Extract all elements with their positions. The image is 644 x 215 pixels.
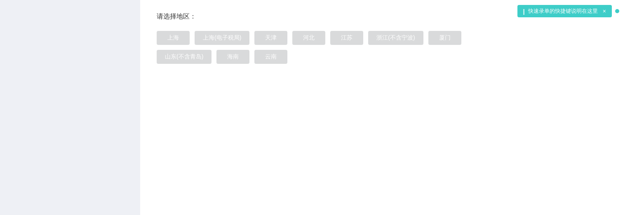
region-btn-hainan[interactable]: 海南 [216,50,249,64]
region-btn-tianjin[interactable]: 天津 [254,31,287,45]
region-row-1: 上海 上海(电子税局) 天津 河北 江苏 浙江(不含宁波) 厦门 [157,31,628,45]
main-content: 请选择地区： 上海 上海(电子税局) 天津 河北 江苏 浙江(不含宁波) 厦门 … [140,0,644,215]
region-btn-xiamen[interactable]: 厦门 [428,31,461,45]
region-btn-jiangsu[interactable]: 江苏 [330,31,363,45]
tooltip-text: 快速录单的快捷键说明在这里 [528,7,598,15]
tooltip-dot [615,9,619,13]
region-btn-shanghai[interactable]: 上海 [157,31,190,45]
region-row-2: 山东(不含青岛) 海南 云南 [157,50,628,64]
region-btn-shanghai-esb[interactable]: 上海(电子税局) [195,31,249,45]
region-btn-shandong[interactable]: 山东(不含青岛) [157,50,212,64]
tooltip-badge: 快速录单的快捷键说明在这里 × [517,5,612,17]
region-btn-zhejiang[interactable]: 浙江(不含宁波) [368,31,423,45]
region-btn-hebei[interactable]: 河北 [292,31,325,45]
left-sidebar [0,0,140,215]
region-btn-yunnan[interactable]: 云南 [254,50,287,64]
tooltip-close-button[interactable]: × [603,8,606,14]
tooltip-bar: 快速录单的快捷键说明在这里 × [517,5,619,17]
